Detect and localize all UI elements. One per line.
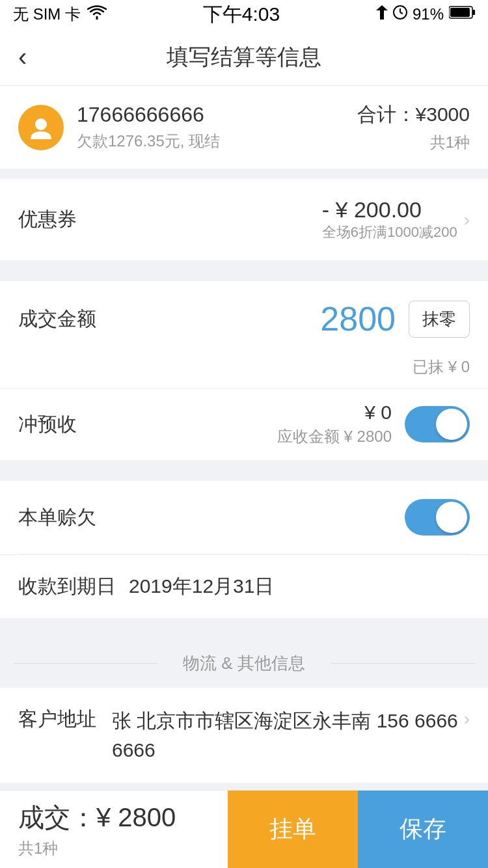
- deal-amount-row: 成交金额 2800 抹零: [18, 281, 470, 357]
- bottom-bar: 成交：¥ 2800 共1种 挂单 保存: [0, 790, 488, 868]
- sep-line-left: [13, 663, 157, 664]
- address-card: 客户地址 张 北京市市辖区海淀区永丰南 156 6666 6666 ›: [0, 688, 488, 783]
- precharge-toggle[interactable]: [405, 406, 470, 442]
- bottom-count: 共1种: [18, 838, 210, 859]
- save-button[interactable]: 保存: [358, 791, 488, 869]
- coupon-chevron-icon: ›: [464, 210, 470, 230]
- precharge-receivable: 应收金额 ¥ 2800: [277, 426, 392, 447]
- bottom-deal-amount: ¥ 2800: [96, 803, 176, 832]
- total-count: 共1种: [357, 132, 470, 153]
- battery-icon: [449, 5, 475, 23]
- address-chevron-icon: ›: [464, 709, 470, 729]
- bottom-summary: 成交：¥ 2800 共1种: [0, 800, 228, 859]
- wifi-icon: [87, 5, 107, 23]
- total-amount: 合计：¥3000: [357, 102, 470, 128]
- deal-right: 2800 抹零: [320, 299, 470, 338]
- avatar: [18, 105, 64, 150]
- address-value: 张 北京市市辖区海淀区永丰南 156 6666 6666: [112, 706, 464, 765]
- bottom-deal-label: 成交：¥ 2800: [18, 800, 210, 835]
- back-button[interactable]: ‹: [18, 42, 27, 72]
- nav-title: 填写结算等信息: [167, 42, 321, 72]
- customer-phone: 17666666666: [77, 103, 220, 127]
- svg-rect-5: [450, 8, 470, 17]
- bottom-deal-prefix: 成交：: [18, 803, 96, 832]
- nav-bar: ‹ 填写结算等信息: [0, 29, 488, 86]
- round-zero-button[interactable]: 抹零: [409, 301, 470, 338]
- address-row[interactable]: 客户地址 张 北京市市辖区海淀区永丰南 156 6666 6666 ›: [0, 688, 488, 783]
- customer-left: 17666666666 欠款1276.35元, 现结: [18, 103, 220, 152]
- precharge-row: 冲预收 ¥ 0 应收金额 ¥ 2800: [0, 388, 488, 460]
- duedate-section: 收款到期日 2019年12月31日: [0, 554, 488, 618]
- address-label: 客户地址: [18, 706, 96, 733]
- status-right: 91%: [376, 5, 475, 23]
- debt-toggle[interactable]: [405, 499, 470, 536]
- duedate-value: 2019年12月31日: [129, 573, 274, 600]
- coupon-discount: - ¥ 200.00: [322, 197, 457, 223]
- sep-line-right: [331, 663, 475, 664]
- debt-section: 本单赊欠: [0, 481, 488, 554]
- deal-amount-label: 成交金额: [18, 306, 96, 332]
- coupon-right: - ¥ 200.00 全场6折满1000减200 ›: [322, 197, 470, 242]
- svg-point-6: [35, 118, 47, 130]
- customer-right: 合计：¥3000 共1种: [357, 102, 470, 153]
- debt-card: 本单赊欠 收款到期日 2019年12月31日: [0, 481, 488, 618]
- deal-amount-value: 2800: [320, 299, 396, 338]
- section-separator: 物流 & 其他信息: [0, 639, 488, 688]
- svg-rect-4: [472, 10, 475, 15]
- precharge-info: ¥ 0 应收金额 ¥ 2800: [277, 401, 392, 447]
- battery-text: 91%: [413, 5, 444, 23]
- clock-icon: [393, 5, 407, 23]
- debt-label: 本单赊欠: [18, 504, 96, 531]
- deal-section: 成交金额 2800 抹零 已抹 ¥ 0: [0, 281, 488, 388]
- location-icon: [376, 5, 388, 23]
- customer-row: 17666666666 欠款1276.35元, 现结 合计：¥3000 共1种: [0, 86, 488, 169]
- sim-label: 无 SIM 卡: [13, 4, 81, 25]
- coupon-info: - ¥ 200.00 全场6折满1000减200: [322, 197, 457, 242]
- coupon-card: 优惠券 - ¥ 200.00 全场6折满1000减200 ›: [0, 179, 488, 260]
- svg-line-2: [400, 12, 403, 14]
- gray-gap-3: [0, 629, 488, 639]
- customer-info: 17666666666 欠款1276.35元, 现结: [77, 103, 220, 152]
- gray-gap-2: [0, 470, 488, 481]
- precharge-amount: ¥ 0: [277, 401, 392, 424]
- customer-debt: 欠款1276.35元, 现结: [77, 131, 220, 152]
- status-left: 无 SIM 卡: [13, 4, 107, 25]
- customer-card: 17666666666 欠款1276.35元, 现结 合计：¥3000 共1种: [0, 86, 488, 169]
- gray-gap-1: [0, 271, 488, 281]
- deal-sub: 已抹 ¥ 0: [18, 357, 470, 388]
- precharge-label: 冲预收: [18, 411, 77, 438]
- coupon-desc: 全场6折满1000减200: [322, 223, 457, 242]
- status-time: 下午4:03: [203, 1, 280, 28]
- status-bar: 无 SIM 卡 下午4:03 91%: [0, 0, 488, 29]
- coupon-row[interactable]: 优惠券 - ¥ 200.00 全场6折满1000减200 ›: [0, 179, 488, 260]
- coupon-label: 优惠券: [18, 206, 77, 233]
- duedate-label: 收款到期日: [18, 573, 116, 600]
- precharge-right: ¥ 0 应收金额 ¥ 2800: [277, 401, 470, 447]
- hang-single-button[interactable]: 挂单: [228, 791, 358, 869]
- sep-text: 物流 & 其他信息: [183, 652, 305, 675]
